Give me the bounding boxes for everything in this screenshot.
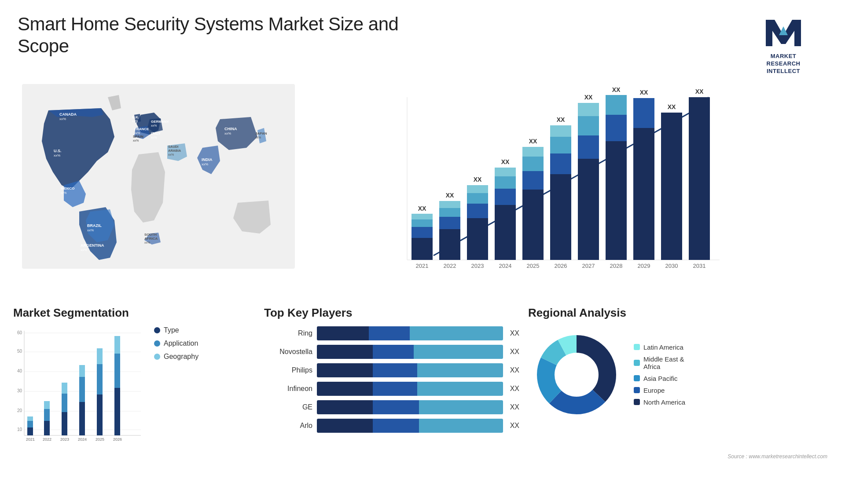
player-row: Infineon XX (264, 382, 519, 396)
svg-rect-117 (44, 421, 50, 435)
growth-chart-section: XX 2021 XX 2022 XX 2023 XX 2024 (286, 80, 836, 304)
svg-rect-61 (495, 189, 516, 205)
svg-text:2025: 2025 (527, 263, 540, 269)
application-dot (154, 340, 160, 347)
svg-text:U.S.: U.S. (54, 149, 62, 153)
svg-rect-45 (411, 214, 433, 219)
svg-text:xx%: xx% (132, 120, 138, 123)
svg-text:BRAZIL: BRAZIL (87, 223, 102, 228)
svg-text:MEXICO: MEXICO (61, 186, 75, 190)
type-dot (154, 327, 160, 333)
player-name-philips: Philips (264, 366, 312, 374)
player-bar-ring (317, 326, 503, 340)
svg-rect-96 (689, 97, 710, 260)
player-name-arlo: Arlo (264, 422, 312, 430)
svg-rect-113 (27, 427, 33, 435)
svg-text:GERMANY: GERMANY (151, 120, 169, 124)
svg-rect-48 (439, 229, 460, 260)
svg-rect-119 (44, 401, 50, 409)
logo-area: MARKET RESEARCH INTELLECT (739, 13, 827, 75)
mea-label: Middle East &Africa (643, 355, 684, 370)
application-label: Application (164, 340, 198, 347)
svg-text:ARGENTINA: ARGENTINA (81, 243, 104, 248)
regional-title: Regional Analysis (528, 306, 832, 320)
svg-rect-135 (114, 336, 120, 354)
svg-rect-122 (62, 394, 67, 412)
svg-rect-51 (439, 201, 460, 208)
donut-area: Latin America Middle East &Africa Asia P… (528, 326, 832, 423)
svg-rect-67 (522, 171, 544, 190)
svg-rect-57 (467, 185, 488, 193)
svg-text:XX: XX (529, 138, 537, 145)
svg-rect-60 (495, 205, 516, 260)
svg-rect-73 (550, 153, 571, 174)
svg-text:2021: 2021 (416, 263, 429, 269)
mea-color (634, 360, 640, 366)
players-list: Ring XX Novostella XX Philips (264, 326, 519, 433)
svg-rect-80 (578, 116, 599, 135)
svg-rect-127 (79, 365, 85, 377)
latin-america-color (634, 344, 640, 350)
legend-europe: Europe (634, 387, 685, 394)
asia-pacific-label: Asia Pacific (643, 375, 678, 382)
svg-rect-126 (79, 377, 85, 402)
player-bar-infineon (317, 382, 503, 396)
svg-text:CANADA: CANADA (59, 112, 77, 117)
latin-america-label: Latin America (643, 343, 683, 351)
legend-north-america: North America (634, 398, 685, 406)
svg-text:XX: XX (474, 176, 482, 183)
svg-text:xx%: xx% (202, 162, 208, 166)
svg-text:SOUTH: SOUTH (144, 233, 157, 237)
svg-rect-49 (439, 217, 460, 229)
svg-text:2026: 2026 (113, 437, 122, 442)
north-america-color (634, 399, 640, 405)
svg-text:2025: 2025 (96, 437, 104, 442)
svg-text:CHINA: CHINA (224, 127, 237, 131)
svg-text:U.K.: U.K. (132, 115, 139, 119)
svg-rect-84 (606, 141, 627, 260)
svg-rect-68 (522, 157, 544, 171)
svg-text:50: 50 (17, 349, 22, 354)
svg-rect-81 (578, 103, 599, 116)
svg-rect-125 (79, 402, 85, 435)
type-label: Type (164, 326, 179, 334)
player-row: Novostella XX (264, 345, 519, 359)
svg-rect-130 (97, 364, 103, 394)
players-title: Top Key Players (264, 306, 519, 320)
segmentation-chart: 60 50 40 30 20 10 2021 (13, 326, 145, 445)
svg-text:xx%: xx% (133, 139, 139, 142)
segmentation-section: Market Segmentation 60 50 40 30 20 10 (13, 306, 255, 451)
svg-text:xx%: xx% (151, 124, 157, 127)
north-america-label: North America (643, 398, 685, 406)
donut-chart (528, 326, 625, 423)
svg-rect-134 (114, 354, 120, 388)
svg-rect-93 (661, 113, 682, 260)
legend-mea: Middle East &Africa (634, 355, 685, 370)
svg-text:xx%: xx% (54, 153, 60, 157)
svg-rect-89 (633, 128, 654, 260)
player-xx-ge: XX (510, 403, 519, 411)
header: Smart Home Security Systems Market Size … (0, 0, 845, 80)
svg-text:10: 10 (17, 427, 22, 432)
svg-text:2027: 2027 (582, 263, 595, 269)
svg-rect-72 (550, 174, 571, 260)
player-row: Philips XX (264, 363, 519, 377)
svg-text:ITALY: ITALY (151, 131, 161, 135)
player-xx-philips: XX (510, 366, 519, 374)
svg-rect-42 (411, 238, 433, 260)
svg-rect-78 (578, 159, 599, 260)
svg-rect-74 (550, 137, 571, 153)
svg-text:XX: XX (501, 158, 510, 165)
svg-text:2031: 2031 (693, 263, 706, 269)
svg-text:xx%: xx% (168, 153, 174, 156)
svg-text:2024: 2024 (499, 263, 512, 269)
svg-text:XX: XX (695, 88, 704, 95)
svg-text:INDIA: INDIA (202, 157, 213, 162)
player-bar-novostella (317, 345, 503, 359)
svg-rect-63 (495, 168, 516, 176)
svg-rect-50 (439, 208, 460, 217)
svg-text:2024: 2024 (78, 437, 87, 442)
player-row: Arlo XX (264, 419, 519, 433)
svg-text:2023: 2023 (471, 263, 484, 269)
svg-text:2023: 2023 (60, 437, 69, 442)
